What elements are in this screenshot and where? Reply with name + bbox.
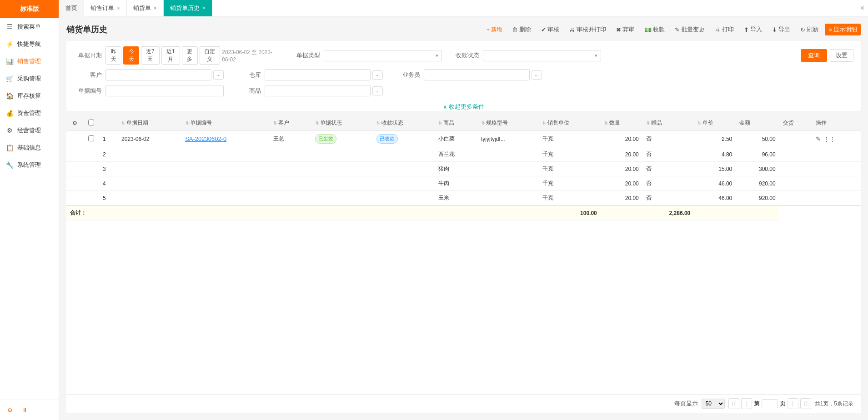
sidebar-item-inventory[interactable]: 🏠 库存核算 <box>0 87 59 105</box>
summary-total-quantity: 100.00 <box>118 205 601 220</box>
td-checkbox[interactable] <box>83 147 99 162</box>
th-doc-no[interactable]: 单据编号 <box>181 115 270 131</box>
tab-sales-delivery-close[interactable]: × <box>154 5 157 11</box>
td-checkbox[interactable] <box>83 176 99 191</box>
th-doc-date[interactable]: 单据日期 <box>118 115 181 131</box>
td-unit-price: 46.00 <box>694 191 736 206</box>
settings-bottom-icon[interactable]: ⚙ <box>5 405 15 415</box>
goods-ellipsis[interactable]: ··· <box>372 86 383 95</box>
td-payment-status <box>373 147 434 162</box>
th-goods[interactable]: 商品 <box>435 115 477 131</box>
abandon-button[interactable]: ✖ 弃审 <box>612 24 638 35</box>
td-gift: 否 <box>642 147 694 162</box>
doc-type-select[interactable] <box>324 50 442 61</box>
warehouse-input[interactable] <box>265 69 371 80</box>
tab-sales-order[interactable]: 销售订单 × <box>84 0 127 16</box>
date-yesterday[interactable]: 昨天 <box>105 46 121 65</box>
page-last-btn[interactable]: ⟩⟩ <box>800 398 811 409</box>
sidebar-item-quick-nav[interactable]: ⚡ 快捷导航 <box>0 35 59 53</box>
td-doc-no[interactable] <box>181 176 270 191</box>
sidebar-item-sales-mgmt[interactable]: 📊 销售管理 <box>0 53 59 70</box>
salesperson-input[interactable] <box>424 69 530 80</box>
date-custom[interactable]: 自定义 <box>200 46 221 65</box>
td-checkbox[interactable] <box>83 162 99 176</box>
th-unit-price[interactable]: 单价 <box>694 115 736 131</box>
per-page-select[interactable]: 50 100 <box>702 399 725 409</box>
query-button[interactable]: 查询 <box>801 49 827 62</box>
sidebar-item-sys-mgmt[interactable]: 🔧 系统管理 <box>0 156 59 174</box>
import-button[interactable]: ⬆ 导入 <box>740 24 766 35</box>
th-customer[interactable]: 客户 <box>270 115 311 131</box>
warehouse-ellipsis[interactable]: ··· <box>372 70 383 80</box>
customer-ellipsis[interactable]: ··· <box>213 70 224 80</box>
table-wrapper[interactable]: ⚙ 单据日期 单据编号 客户 单据状态 收款状态 商品 规格型号 销售单位 <box>66 115 861 394</box>
refresh-icon: ↻ <box>800 26 805 33</box>
td-doc-no[interactable] <box>181 191 270 206</box>
tab-home[interactable]: 首页 <box>59 0 84 16</box>
goods-input[interactable] <box>265 85 371 96</box>
sidebar-item-purchase-mgmt[interactable]: 🛒 采购管理 <box>0 70 59 87</box>
date-last-month[interactable]: 近1月 <box>161 46 180 65</box>
sidebar-item-finance-mgmt[interactable]: 💰 资金管理 <box>0 105 59 122</box>
td-checkbox[interactable] <box>83 131 99 147</box>
td-doc-no[interactable] <box>181 162 270 176</box>
td-doc-no[interactable]: SA-20230602-0 <box>181 131 270 147</box>
doc-no-input[interactable] <box>105 85 224 96</box>
collapse-button[interactable]: ∧ 收起更多条件 <box>443 103 484 111</box>
page-first-btn[interactable]: ⟨⟨ <box>728 398 739 409</box>
th-checkbox[interactable] <box>83 115 99 131</box>
customer-input[interactable] <box>105 69 211 80</box>
batch-change-button[interactable]: ✎ 批量变更 <box>671 24 708 35</box>
th-doc-status[interactable]: 单据状态 <box>311 115 373 131</box>
th-sales-unit[interactable]: 销售单位 <box>539 115 600 131</box>
select-all-checkbox[interactable] <box>88 120 94 125</box>
print-button[interactable]: 🖨 打印 <box>711 24 738 35</box>
audit-print-button[interactable]: 🖨 审核并打印 <box>566 24 610 35</box>
td-sales-unit: 千克 <box>539 147 600 162</box>
export-button[interactable]: ⬇ 导出 <box>768 24 794 35</box>
page-prev-btn[interactable]: ⟨ <box>741 398 752 409</box>
payment-status-label: 收款状态 <box>451 51 483 60</box>
new-button[interactable]: + 新增 <box>483 24 506 35</box>
collect-button[interactable]: 💵 收款 <box>641 24 668 35</box>
date-today[interactable]: 今天 <box>123 46 139 65</box>
sidebar-item-search-menu[interactable]: ☰ 搜索菜单 <box>0 18 59 35</box>
th-settings[interactable]: ⚙ <box>66 115 83 131</box>
sidebar-item-label: 快捷导航 <box>17 40 41 48</box>
sidebar-item-base-info[interactable]: 📋 基础信息 <box>0 139 59 156</box>
td-goods: 牛肉 <box>435 176 477 191</box>
tab-sales-history[interactable]: 销货单历史 × <box>164 0 212 16</box>
td-checkbox[interactable] <box>83 191 99 206</box>
td-doc-no[interactable] <box>181 147 270 162</box>
tab-sales-delivery[interactable]: 销货单 × <box>127 0 164 16</box>
base-info-icon: 📋 <box>5 144 14 151</box>
page-num-input[interactable]: 1 <box>762 399 778 408</box>
th-spec[interactable]: 规格型号 <box>477 115 539 131</box>
refresh-button[interactable]: ↻ 刷新 <box>797 24 822 35</box>
date-last7[interactable]: 近7天 <box>141 46 160 65</box>
edit-icon[interactable]: ✎ <box>816 135 821 142</box>
row-checkbox[interactable] <box>88 135 94 141</box>
setting-button[interactable]: 设置 <box>830 49 853 62</box>
tabs-bar-close[interactable]: × <box>860 4 868 12</box>
summary-row: 合计： 100.00 2,286.00 <box>66 205 861 220</box>
more-icon[interactable]: ⋮⋮ <box>823 135 835 142</box>
date-more[interactable]: 更多 <box>182 46 198 65</box>
show-detail-button[interactable]: ≡ 显示明细 <box>825 24 861 35</box>
salesperson-ellipsis[interactable]: ··· <box>532 70 542 80</box>
tab-sales-order-close[interactable]: × <box>117 5 120 11</box>
pause-bottom-icon[interactable]: ⏸ <box>19 405 30 415</box>
sidebar-item-ops-mgmt[interactable]: ⚙ 经营管理 <box>0 122 59 139</box>
th-payment-status[interactable]: 收款状态 <box>373 115 434 131</box>
delete-button[interactable]: 🗑 删除 <box>508 24 535 35</box>
inventory-icon: 🏠 <box>5 92 14 100</box>
payment-status-select[interactable] <box>483 50 601 61</box>
doc-no-link[interactable]: SA-20230602-0 <box>185 135 226 142</box>
page-next-btn[interactable]: ⟩ <box>788 398 798 409</box>
th-gift[interactable]: 赠品 <box>642 115 694 131</box>
td-action <box>812 162 861 176</box>
audit-button[interactable]: ✔ 审核 <box>537 24 563 35</box>
tab-sales-history-close[interactable]: × <box>202 5 206 11</box>
th-quantity[interactable]: 数量 <box>601 115 642 131</box>
td-goods: 猪肉 <box>435 162 477 176</box>
